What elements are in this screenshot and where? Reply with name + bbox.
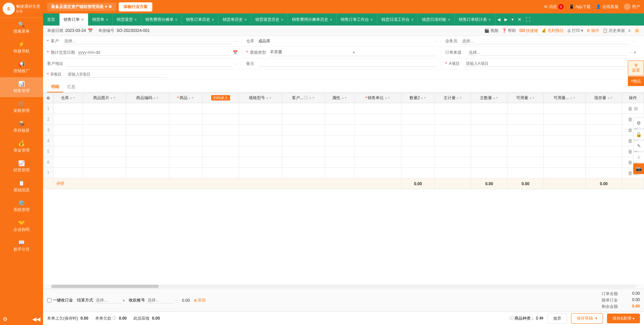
row-1-image[interactable] <box>83 103 126 114</box>
salesperson-input[interactable] <box>461 38 631 44</box>
tab-close-cash-workbench[interactable]: ✕ <box>411 18 414 22</box>
rf-btn-4[interactable]: ☆ <box>633 152 644 163</box>
row-2-code[interactable] <box>126 114 169 125</box>
sort-spec[interactable]: ▲▼ <box>266 96 272 99</box>
account-dots[interactable]: ··· <box>175 298 178 303</box>
sort-warehouse[interactable]: ▲▼ <box>70 96 76 99</box>
sidebar-collapse-icon[interactable]: ◀◀ <box>32 316 40 322</box>
row-7-qty2[interactable] <box>401 168 434 178</box>
discard-button[interactable]: 放弃 <box>547 313 567 324</box>
tab-close-expense-history[interactable]: ✕ <box>330 18 332 22</box>
th-scan[interactable]: 扫码录入 <box>202 93 239 103</box>
row-6-avail2[interactable] <box>544 157 586 168</box>
sidebar-item-sales[interactable]: 📊 销售管理 <box>0 77 43 97</box>
row-4-unit[interactable] <box>354 135 401 146</box>
row-3-stock[interactable] <box>585 125 622 135</box>
row-1-main-qty[interactable] <box>471 103 507 114</box>
profit-btn[interactable]: 💰 毛利预估 <box>541 28 564 34</box>
save-new-dropdown-icon[interactable]: ▾ <box>633 316 635 321</box>
row-6-unit[interactable] <box>354 157 401 168</box>
b-project-input[interactable] <box>66 71 167 78</box>
row-5-qty2[interactable] <box>401 146 434 157</box>
online-service-item[interactable]: 👤 在线客服 <box>596 4 618 10</box>
row-4-main-qty[interactable] <box>471 135 507 146</box>
tab-close-invoice[interactable]: ✕ <box>106 18 108 22</box>
row-5-main-unit[interactable] <box>435 146 471 157</box>
right-panel-settings[interactable]: ⚙ 设置 <box>628 60 644 76</box>
customer-addr-input[interactable] <box>66 60 232 67</box>
tab-expense[interactable]: 销售费用分摊单 ✕ <box>141 13 182 26</box>
row-1-code[interactable] <box>126 103 169 114</box>
row-4-product[interactable] <box>169 135 202 146</box>
row-1-attr[interactable] <box>325 103 354 114</box>
save-draft-dropdown-icon[interactable]: ▾ <box>595 316 597 321</box>
tab-close-order-workbench[interactable]: ✕ <box>370 18 373 22</box>
tab-home[interactable]: 首页 <box>43 13 60 26</box>
history-btn[interactable]: 📋 历史单据 <box>603 28 625 34</box>
tab-invoice-history[interactable]: 销货单历史 ✕ <box>219 13 251 26</box>
rf-btn-5[interactable]: 📷 <box>633 163 644 174</box>
row-2-avail[interactable] <box>507 114 544 125</box>
row-3-cust-code[interactable] <box>282 125 325 135</box>
row-2-main-qty[interactable] <box>471 114 507 125</box>
row-7-unit[interactable] <box>354 168 401 178</box>
sidebar-item-inventory[interactable]: 📦 库存核算 <box>0 117 43 137</box>
print-btn[interactable]: 🖨 打印 ▾ <box>567 28 583 34</box>
rf-btn-1[interactable]: ⚙ <box>633 118 644 128</box>
sort-avail[interactable]: ▲▼ <box>529 96 535 99</box>
tab-close-return-history[interactable]: ✕ <box>281 18 283 22</box>
row-2-warehouse[interactable] <box>53 114 83 125</box>
row-2-image[interactable] <box>83 114 126 125</box>
row-1-product[interactable] <box>169 103 202 114</box>
sidebar-item-purchase[interactable]: 🛒 采购管理 <box>0 97 43 117</box>
row-6-del[interactable]: 🗑 <box>628 160 633 165</box>
settings-icon[interactable]: ⚙ <box>108 4 112 9</box>
tab-close-stats[interactable]: ✕ <box>488 18 491 22</box>
shortcut-btn[interactable]: ⌨ 快捷键 <box>519 28 538 34</box>
row-2-product[interactable] <box>169 114 202 125</box>
order-source-dropdown-icon[interactable]: ▾ <box>634 50 636 55</box>
tab-stats[interactable]: 销售订单统计表 ✕ <box>455 13 495 26</box>
row-4-image[interactable] <box>83 135 126 146</box>
row-5-main-qty[interactable] <box>471 146 507 157</box>
customer-input[interactable] <box>63 38 232 44</box>
row-3-attr[interactable] <box>325 125 354 135</box>
account-input[interactable] <box>146 297 173 303</box>
sidebar-item-collab[interactable]: 🤝 企业协同 <box>0 216 43 236</box>
row-7-attr[interactable] <box>325 168 354 178</box>
ops-btn[interactable]: ⚙ 操作 <box>586 28 599 34</box>
row-4-del[interactable]: 🗑 <box>628 138 633 144</box>
save-draft-button[interactable]: 保存草稿 ▾ <box>571 313 603 324</box>
remark-input[interactable] <box>258 60 437 67</box>
salesperson-dots[interactable]: ··· <box>633 39 636 44</box>
row-2-unit[interactable] <box>354 114 401 125</box>
tab-order-history[interactable]: 销售订单历史 ✕ <box>182 13 219 26</box>
row-4-main-unit[interactable] <box>435 135 471 146</box>
messages-item[interactable]: ✉ 消息 9 <box>544 4 564 10</box>
row-1-cust-code[interactable] <box>282 103 325 114</box>
row-5-avail[interactable] <box>507 146 544 157</box>
calendar2-icon[interactable]: 📅 <box>233 50 238 55</box>
sidebar-item-marketing[interactable]: 📢 营销推广 <box>0 57 43 77</box>
save-new-button[interactable]: 保存&新增 ▾ <box>607 314 640 323</box>
row-4-cust-code[interactable] <box>282 135 325 146</box>
tabs-next-arrow[interactable]: ▶ <box>502 13 509 26</box>
row-1-stock[interactable] <box>585 103 622 114</box>
row-4-code[interactable] <box>126 135 169 146</box>
horizontal-scrollbar[interactable] <box>51 285 636 288</box>
sidebar-item-operations[interactable]: 📈 经营管理 <box>0 157 43 176</box>
row-3-image[interactable] <box>83 125 126 135</box>
row-6-warehouse[interactable] <box>53 157 83 168</box>
row-3-warehouse[interactable] <box>53 125 83 135</box>
tab-sales-order[interactable]: 销售订单 ✕ <box>60 13 88 26</box>
row-5-avail2[interactable] <box>544 146 586 157</box>
sidebar-gear-icon[interactable]: ⚙ <box>3 316 7 322</box>
a-project-input[interactable] <box>464 60 636 67</box>
row-2-avail2[interactable] <box>544 114 586 125</box>
row-6-attr[interactable] <box>325 157 354 168</box>
row-4-attr[interactable] <box>325 135 354 146</box>
info-icon2[interactable]: ⓘ <box>112 316 116 321</box>
row-3-main-unit[interactable] <box>435 125 471 135</box>
sort-avail2[interactable]: ▲▼ <box>570 96 576 99</box>
one-click-checkbox[interactable] <box>47 298 51 302</box>
